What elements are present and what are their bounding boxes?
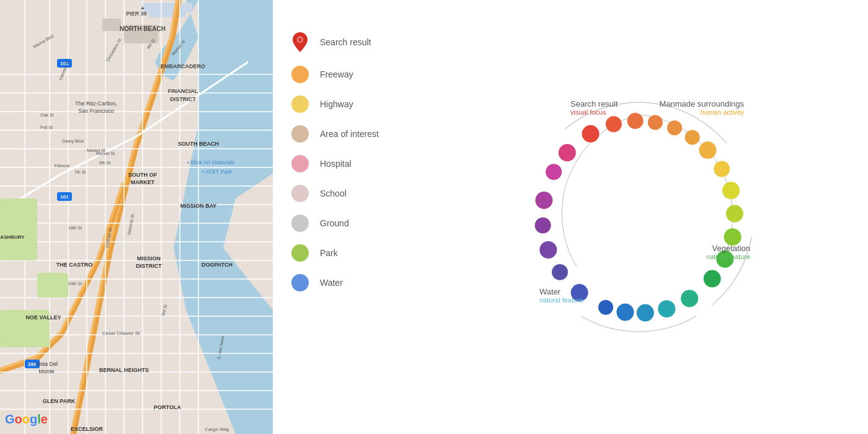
- svg-text:16th St: 16th St: [68, 226, 82, 230]
- legend-label: Ground: [320, 218, 349, 228]
- legend-label: Freeway: [320, 69, 353, 79]
- legend-item-water: Water: [291, 268, 391, 298]
- legend: Search result Freeway Highway Area of in…: [273, 0, 409, 434]
- svg-text:DISTRICT: DISTRICT: [170, 96, 196, 102]
- wheel-dot-0: [582, 125, 600, 143]
- svg-text:Geary Blvd: Geary Blvd: [62, 139, 84, 144]
- svg-text:Vista Del: Vista Del: [35, 361, 58, 367]
- wheel-dot-10: [724, 228, 742, 246]
- legend-label: Search result: [320, 37, 371, 47]
- svg-rect-36: [102, 19, 121, 31]
- svg-rect-32: [0, 198, 37, 260]
- legend-item-area-of-interest: Area of interest: [291, 119, 391, 149]
- wheel-dot-8: [722, 182, 740, 199]
- svg-text:Oak St: Oak St: [40, 113, 53, 117]
- svg-text:ASHBURY: ASHBURY: [0, 234, 25, 240]
- wheel-dot-16: [616, 304, 634, 321]
- legend-item-highway: Highway: [291, 89, 391, 119]
- wheel-dot-12: [704, 270, 721, 288]
- svg-text:DISTRICT: DISTRICT: [136, 263, 162, 269]
- google-logo: Google: [5, 412, 48, 427]
- wheel-dot-9: [726, 205, 743, 223]
- wheel-dot-6: [699, 141, 717, 159]
- legend-item-park: Park: [291, 238, 391, 268]
- svg-text:DOGPATCH: DOGPATCH: [202, 262, 232, 268]
- svg-text:Cesar Chavez St: Cesar Chavez St: [102, 330, 140, 336]
- legend-label: Park: [320, 248, 338, 258]
- wheel-dot-24: [559, 144, 576, 161]
- legend-item-school: School: [291, 179, 391, 208]
- legend-dot-icon: [291, 215, 309, 232]
- wheel-dot-7: [714, 161, 730, 177]
- svg-text:PIER 39: PIER 39: [126, 11, 147, 17]
- legend-dot-icon: [291, 244, 309, 262]
- legend-dot-icon: [291, 155, 309, 172]
- right-section: Search result Freeway Highway Area of in…: [273, 0, 868, 434]
- wheel-dot-17: [598, 300, 613, 315]
- svg-text:NORTH BEACH: NORTH BEACH: [120, 25, 166, 32]
- arc-water: [582, 316, 696, 332]
- wheel-section: Search result visual focus Manmade surro…: [409, 0, 868, 434]
- svg-text:Monte: Monte: [38, 368, 54, 374]
- svg-rect-1: [143, 3, 192, 12]
- legend-label: Hospital: [320, 159, 352, 169]
- svg-text:FINANCIAL: FINANCIAL: [168, 88, 198, 94]
- map-svg: 101 101 280 PIER 39 ▲ NORTH BEACH EMBARC…: [0, 0, 273, 434]
- legend-dot-icon: [291, 66, 309, 83]
- legend-item-freeway: Freeway: [291, 60, 391, 89]
- legend-dot-icon: [291, 185, 309, 202]
- wheel-dot-13: [681, 290, 698, 307]
- wheel-label-manmade: Manmade surroundings human activity: [659, 99, 744, 116]
- svg-rect-2: [149, 12, 186, 17]
- svg-text:BERNAL HEIGHTS: BERNAL HEIGHTS: [99, 367, 149, 373]
- svg-text:24th St: 24th St: [68, 281, 82, 286]
- map-section: 101 101 280 PIER 39 ▲ NORTH BEACH EMBARC…: [0, 0, 273, 434]
- svg-text:▪ Blick Art Materials: ▪ Blick Art Materials: [187, 159, 235, 166]
- svg-text:Fell St: Fell St: [40, 125, 53, 130]
- wheel-dot-1: [606, 116, 622, 132]
- svg-text:EXCELSIOR: EXCELSIOR: [71, 426, 104, 432]
- map-background: 101 101 280 PIER 39 ▲ NORTH BEACH EMBARC…: [0, 0, 273, 434]
- wheel-dot-15: [637, 304, 654, 322]
- wheel-label-vegetation: Vegetation natural feature: [706, 244, 750, 260]
- wheel-dot-5: [685, 130, 700, 145]
- wheel-dot-20: [539, 241, 557, 259]
- svg-text:101: 101: [60, 194, 69, 200]
- legend-label: Highway: [320, 99, 353, 109]
- wheel-dot-3: [648, 115, 663, 130]
- legend-label: Area of interest: [320, 129, 379, 139]
- svg-text:SOUTH BEACH: SOUTH BEACH: [178, 141, 219, 147]
- svg-text:Cargo Way: Cargo Way: [205, 427, 229, 432]
- wheel-dot-2: [627, 113, 644, 129]
- wheel-dot-19: [552, 264, 568, 280]
- svg-text:San Francisco: San Francisco: [78, 108, 114, 114]
- legend-item-hospital: Hospital: [291, 149, 391, 179]
- wheel-dot-22: [535, 192, 552, 209]
- svg-text:THE CASTRO: THE CASTRO: [56, 262, 93, 268]
- svg-text:The Ritz-Carlton,: The Ritz-Carlton,: [75, 100, 117, 107]
- svg-text:GLEN PARK: GLEN PARK: [43, 398, 76, 404]
- svg-text:PORTOLA: PORTOLA: [154, 404, 181, 410]
- svg-text:9th St: 9th St: [99, 161, 110, 165]
- svg-text:7th St: 7th St: [74, 170, 86, 174]
- svg-text:EMBARCADERO: EMBARCADERO: [161, 63, 205, 69]
- svg-text:MISSION: MISSION: [137, 255, 161, 262]
- legend-pin-icon: [291, 31, 309, 53]
- color-wheel-svg: [515, 93, 763, 341]
- svg-text:▲: ▲: [140, 5, 145, 11]
- wheel-dot-23: [546, 164, 562, 180]
- wheel-container: Search result visual focus Manmade surro…: [515, 93, 763, 341]
- svg-text:▪ AT&T Park: ▪ AT&T Park: [202, 169, 232, 175]
- svg-text:MISSION BAY: MISSION BAY: [180, 203, 217, 209]
- legend-item-search-result: Search result: [291, 25, 391, 60]
- svg-text:Fillmore: Fillmore: [55, 164, 70, 168]
- wheel-dot-14: [658, 300, 675, 317]
- legend-item-ground: Ground: [291, 208, 391, 238]
- svg-point-91: [298, 38, 302, 42]
- svg-text:SOUTH OF: SOUTH OF: [128, 172, 157, 178]
- legend-dot-icon: [291, 95, 309, 113]
- wheel-dot-4: [667, 120, 682, 135]
- legend-label: Water: [320, 278, 343, 288]
- svg-text:Market St: Market St: [96, 151, 115, 156]
- legend-dot-icon: [291, 125, 309, 143]
